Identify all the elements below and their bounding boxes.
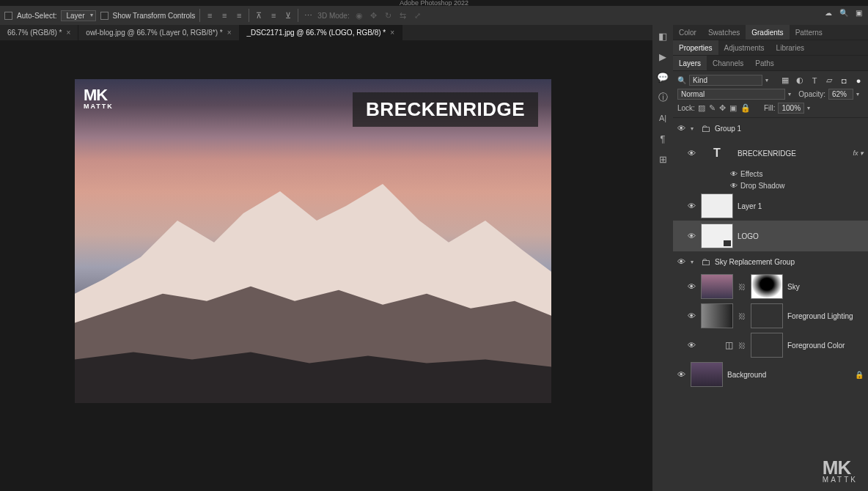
chevron-down-icon[interactable]: ▾ [807, 105, 814, 111]
align-top-icon[interactable]: ⊼ [254, 10, 264, 21]
doc-tab-2[interactable]: _DSC2171.jpg @ 66.7% (LOGO, RGB/8) *× [240, 25, 403, 40]
mask-link-icon[interactable]: ⛓ [738, 283, 746, 291]
layer-name[interactable]: Foreground Color [787, 342, 864, 350]
fx-badge[interactable]: fx ▾ [853, 149, 864, 157]
auto-select-dropdown[interactable]: Layer [61, 10, 95, 21]
lock-image-icon[interactable]: ✎ [709, 103, 716, 113]
tab-color[interactable]: Color [673, 25, 702, 40]
visibility-icon[interactable]: 👁 [676, 370, 686, 379]
align-bottom-icon[interactable]: ⊻ [283, 10, 293, 21]
document-tabs: 66.7% (RGB/8) *× owl-blog.jpg @ 66.7% (L… [0, 25, 673, 41]
filter-toggle-icon[interactable]: ● [853, 75, 864, 86]
visibility-icon[interactable]: 👁 [686, 341, 696, 350]
visibility-icon[interactable]: 👁 [686, 149, 696, 158]
lock-position-icon[interactable]: ✥ [719, 103, 726, 113]
character-icon[interactable]: A| [656, 111, 669, 125]
lock-all-icon[interactable]: 🔒 [740, 103, 751, 113]
tab-layers[interactable]: Layers [673, 56, 707, 70]
filter-smart-icon[interactable]: ◘ [839, 75, 849, 86]
blend-mode-dropdown[interactable]: Normal [677, 89, 785, 100]
align-center-icon[interactable]: ≡ [219, 10, 229, 21]
layer-name[interactable]: Sky [787, 283, 864, 291]
chevron-down-icon[interactable]: ▾ [765, 77, 773, 84]
layer-row[interactable]: 👁 Layer 1 [673, 191, 868, 221]
doc-tab-1[interactable]: owl-blog.jpg @ 66.7% (Layer 0, RGB/8*) *… [78, 25, 239, 40]
layer-group[interactable]: 👁 ▾ 🗀 Group 1 [673, 118, 868, 139]
tab-channels[interactable]: Channels [707, 56, 749, 70]
chevron-down-icon[interactable]: ▾ [788, 91, 795, 97]
tab-gradients[interactable]: Gradients [746, 25, 789, 40]
filter-type-icon[interactable]: T [809, 75, 820, 86]
close-icon[interactable]: × [390, 29, 394, 37]
visibility-icon[interactable]: 👁 [686, 232, 696, 240]
layer-name[interactable]: Group 1 [715, 125, 864, 133]
close-icon[interactable]: × [66, 29, 70, 37]
layer-row-fgcolor[interactable]: 👁 ◫ ⛓ Foreground Color [673, 331, 868, 360]
visibility-icon[interactable]: 👁 [676, 124, 686, 133]
layer-name[interactable]: BRECKENRIDGE [738, 149, 848, 158]
auto-select-checkbox[interactable] [4, 12, 12, 20]
cloud-icon[interactable]: ☁ [825, 9, 832, 17]
tab-patterns[interactable]: Patterns [790, 25, 828, 40]
info-icon[interactable]: ⓘ [656, 91, 669, 104]
canvas-area[interactable]: MK MATTK BRECKENRIDGE [0, 41, 673, 491]
layer-group-sky[interactable]: 👁 ▾ 🗀 Sky Replacement Group [673, 251, 868, 272]
collapse-icon[interactable]: ▾ [691, 125, 696, 132]
layer-name[interactable]: LOGO [738, 232, 864, 240]
layer-name[interactable]: Background [727, 371, 850, 379]
paragraph-icon[interactable]: ¶ [656, 132, 669, 145]
layer-text[interactable]: 👁 T BRECKENRIDGE fx ▾ [673, 139, 868, 168]
layer-row-background[interactable]: 👁 Background 🔒 [673, 360, 868, 389]
align-right-icon[interactable]: ≡ [234, 10, 244, 21]
chevron-down-icon[interactable]: ▾ [856, 91, 864, 97]
filter-adjust-icon[interactable]: ◐ [795, 75, 805, 86]
lock-icons: ▨ ✎ ✥ ▣ 🔒 [698, 103, 751, 113]
glyphs-icon[interactable]: ⊞ [656, 152, 669, 166]
tab-swatches[interactable]: Swatches [702, 25, 746, 40]
tab-adjustments[interactable]: Adjustments [718, 40, 770, 55]
brushes-icon[interactable]: ▶ [656, 50, 669, 63]
layer-name[interactable]: Sky Replacement Group [715, 258, 864, 266]
layer-name[interactable]: Layer 1 [738, 202, 864, 210]
visibility-icon[interactable]: 👁 [730, 182, 738, 190]
layer-filter-kind[interactable]: Kind [689, 75, 762, 86]
visibility-icon[interactable]: 👁 [730, 170, 738, 178]
align-middle-icon[interactable]: ≡ [268, 10, 279, 21]
search-icon[interactable]: 🔍 [839, 9, 848, 17]
filter-shape-icon[interactable]: ▱ [824, 75, 834, 86]
align-left-icon[interactable]: ≡ [205, 10, 215, 21]
mask-link-icon[interactable]: ⛓ [738, 342, 746, 350]
opacity-field[interactable]: 62% [828, 89, 853, 100]
filter-pixel-icon[interactable]: ▦ [780, 75, 790, 86]
lock-icon[interactable]: 🔒 [855, 371, 864, 379]
mode-3d-label: 3D Mode: [317, 12, 349, 20]
visibility-icon[interactable]: 👁 [676, 257, 686, 266]
layer-row-sky[interactable]: 👁 ⛓ Sky [673, 272, 868, 301]
layer-name[interactable]: Foreground Lighting [787, 312, 864, 320]
lock-artboard-icon[interactable]: ▣ [729, 103, 737, 113]
collapse-icon[interactable]: ▾ [691, 259, 696, 265]
document-canvas[interactable]: MK MATTK BRECKENRIDGE [75, 79, 551, 403]
visibility-icon[interactable]: 👁 [686, 282, 696, 291]
history-icon[interactable]: ◧ [656, 29, 669, 43]
doc-tab-0[interactable]: 66.7% (RGB/8) *× [0, 25, 78, 40]
search-icon[interactable]: 🔍 [677, 76, 686, 84]
fill-field[interactable]: 100% [778, 103, 804, 114]
layer-effects-header[interactable]: 👁Effects [673, 168, 868, 180]
layer-effect-dropshadow[interactable]: 👁Drop Shadow [673, 180, 868, 191]
lock-transparency-icon[interactable]: ▨ [698, 103, 705, 113]
distribute-icon[interactable]: ⋯ [303, 10, 313, 21]
mask-link-icon[interactable]: ⛓ [738, 312, 746, 320]
doc-tab-label: _DSC2171.jpg @ 66.7% (LOGO, RGB/8) * [247, 29, 386, 37]
layer-row-fglight[interactable]: 👁 ⛓ Foreground Lighting [673, 301, 868, 331]
layer-row-selected[interactable]: 👁 LOGO [673, 221, 868, 251]
close-icon[interactable]: × [227, 29, 232, 37]
tab-properties[interactable]: Properties [673, 40, 718, 55]
visibility-icon[interactable]: 👁 [686, 202, 696, 210]
show-transform-checkbox[interactable] [100, 12, 108, 20]
tab-libraries[interactable]: Libraries [770, 40, 810, 55]
comments-icon[interactable]: 💬 [656, 70, 669, 84]
visibility-icon[interactable]: 👁 [686, 311, 696, 320]
workspace-icon[interactable]: ▣ [856, 9, 862, 17]
tab-paths[interactable]: Paths [749, 56, 780, 70]
